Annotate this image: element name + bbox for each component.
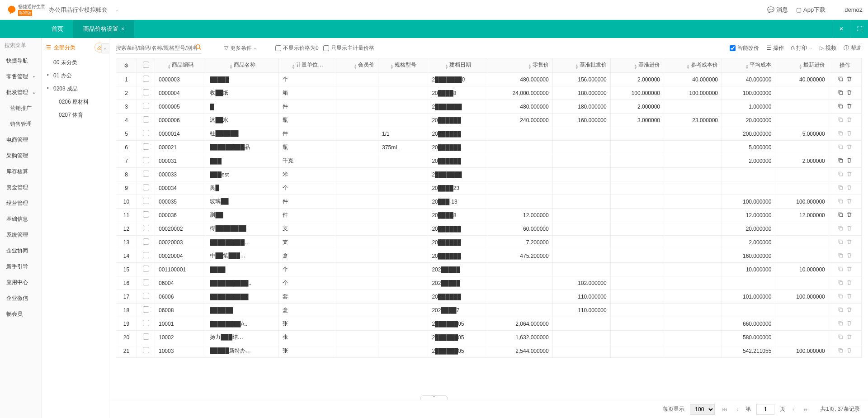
expand-icon: ⛶ (857, 26, 862, 32)
brand-logo-icon (5, 4, 18, 16)
tab-price-settings[interactable]: 商品价格设置 × (73, 20, 134, 38)
app-download-link[interactable]: ▢ App下载 (796, 6, 826, 14)
user-menu[interactable]: demo2 (834, 5, 863, 14)
mobile-icon: ▢ (796, 6, 802, 13)
close-icon: ✕ (839, 26, 844, 32)
workspace-selector[interactable]: 办公用品行业模拟账套 ⌄ (49, 6, 118, 14)
close-icon[interactable]: × (121, 26, 124, 32)
tab-close-all[interactable]: ✕ (832, 20, 850, 38)
top-right: 💬 消息 ▢ App下载 demo2 (767, 5, 863, 14)
avatar (834, 5, 843, 14)
chat-icon: 💬 (767, 6, 774, 13)
fullscreen-button[interactable]: ⛶ (850, 20, 868, 38)
messages-link[interactable]: 💬 消息 (767, 6, 788, 14)
tabbar: 首页 商品价格设置 × ✕ ⛶ (0, 20, 868, 38)
brand-name: 畅捷通好生意 (18, 4, 45, 10)
brand-edition: 标准版 (18, 10, 32, 16)
top-header: 畅捷通好生意 标准版 办公用品行业模拟账套 ⌄ 💬 消息 ▢ App下载 dem… (0, 0, 868, 20)
workspace-name: 办公用品行业模拟账套 (49, 6, 108, 14)
brand: 畅捷通好生意 标准版 (5, 0, 47, 20)
tab-home[interactable]: 首页 (42, 20, 73, 38)
chevron-down-icon: ⌄ (115, 7, 118, 12)
